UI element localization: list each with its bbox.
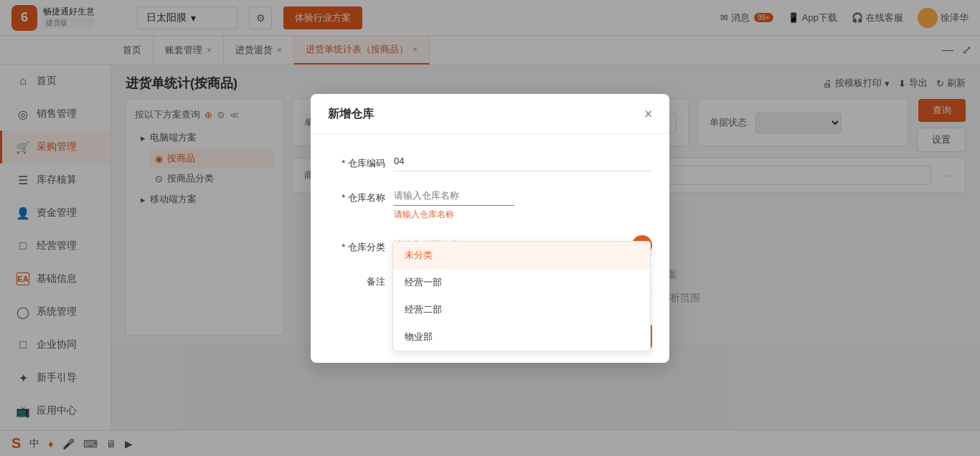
category-option-3[interactable]: 物业部	[393, 323, 650, 351]
new-warehouse-modal: 新增仓库 × * 仓库编码 * 仓库名称 请输入仓库名称 * 仓库分类	[311, 94, 669, 363]
modal-overlay[interactable]: 新增仓库 × * 仓库编码 * 仓库名称 请输入仓库名称 * 仓库分类	[0, 0, 980, 456]
category-option-2[interactable]: 经营二部	[393, 296, 650, 323]
form-row-category: * 仓库分类 ▲ 未分类 经营一部 经营二部 物业部	[328, 235, 652, 255]
modal-body: * 仓库编码 * 仓库名称 请输入仓库名称 * 仓库分类 ▲	[311, 134, 669, 315]
name-input[interactable]	[394, 186, 514, 206]
name-label: * 仓库名称	[328, 186, 385, 204]
category-label: * 仓库分类	[328, 235, 385, 254]
note-label: 备注	[328, 270, 385, 288]
category-option-1[interactable]: 经营一部	[393, 269, 650, 296]
modal-header: 新增仓库 ×	[311, 94, 669, 134]
name-error-text: 请输入仓库名称	[394, 209, 652, 221]
code-label: * 仓库编码	[328, 151, 385, 170]
modal-title: 新增仓库	[328, 107, 374, 122]
modal-close-button[interactable]: ×	[644, 108, 652, 120]
form-row-name: * 仓库名称 请输入仓库名称	[328, 186, 652, 221]
code-input[interactable]	[394, 151, 652, 171]
category-dropdown-list: 未分类 经营一部 经营二部 物业部	[392, 241, 651, 351]
category-option-uncategorized[interactable]: 未分类	[393, 242, 650, 269]
form-row-code: * 仓库编码	[328, 151, 652, 171]
